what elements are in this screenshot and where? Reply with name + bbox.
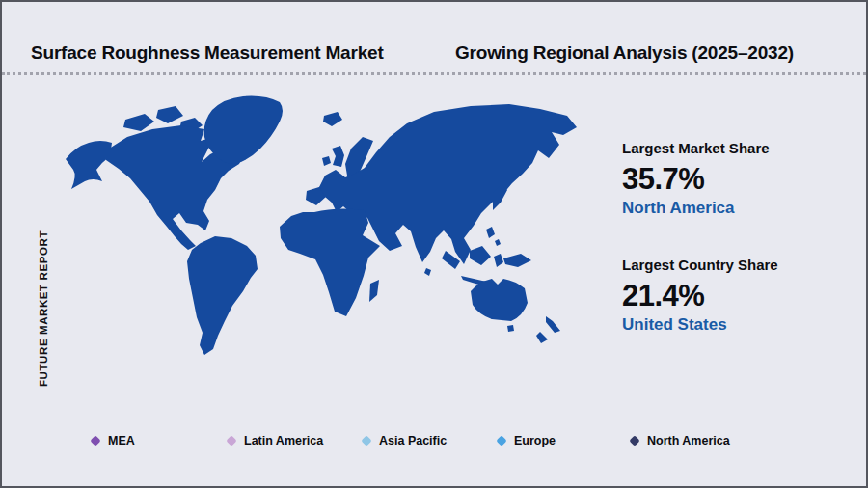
stat-largest-market-share: Largest Market Share 35.7% North America [622, 140, 854, 218]
stat-label: Largest Market Share [622, 140, 854, 157]
dotted-divider [2, 72, 866, 75]
map-africa [280, 208, 380, 316]
map-iceland [323, 112, 342, 126]
legend-swatch-asia-pacific-icon [361, 435, 371, 446]
legend-item-mea: MEA [92, 434, 135, 447]
map-alaska [66, 141, 112, 189]
legend-label: Europe [514, 434, 556, 447]
page-title: Surface Roughness Measurement Market [31, 42, 384, 64]
map-greenland [204, 96, 283, 164]
legend-item-latin-america: Latin America [228, 434, 323, 447]
map-british-isles [322, 146, 344, 167]
stat-region: North America [622, 199, 854, 218]
map-south-america [187, 236, 258, 355]
legend-item-europe: Europe [498, 434, 556, 447]
page-subtitle: Growing Regional Analysis (2025–2032) [455, 42, 794, 64]
legend-label: North America [647, 434, 730, 447]
legend-swatch-europe-icon [496, 435, 506, 446]
legend-swatch-mea-icon [90, 435, 100, 446]
stat-label: Largest Country Share [622, 257, 854, 274]
legend-label: Latin America [244, 434, 323, 447]
map-new-zealand [536, 316, 560, 343]
map-tasmania [507, 325, 514, 332]
legend-swatch-north-america-icon [629, 435, 639, 446]
map-australia [471, 279, 528, 321]
legend-item-asia-pacific: Asia Pacific [363, 434, 447, 447]
map-sri-lanka [424, 268, 431, 276]
stat-region: United States [622, 315, 854, 335]
legend-item-north-america: North America [631, 434, 730, 447]
stat-value: 21.4% [622, 281, 854, 312]
legend-label: Asia Pacific [379, 434, 447, 447]
map-madagascar [369, 280, 379, 302]
legend-swatch-latin-america-icon [226, 435, 236, 446]
infographic-canvas: Surface Roughness Measurement Market Gro… [0, 0, 868, 488]
stat-value: 35.7% [622, 164, 854, 195]
legend-label: MEA [108, 434, 135, 447]
stat-largest-country-share: Largest Country Share 21.4% United State… [622, 257, 854, 335]
world-map [58, 87, 583, 391]
brand-side-label: FUTURE MARKET REPORT [38, 230, 49, 387]
